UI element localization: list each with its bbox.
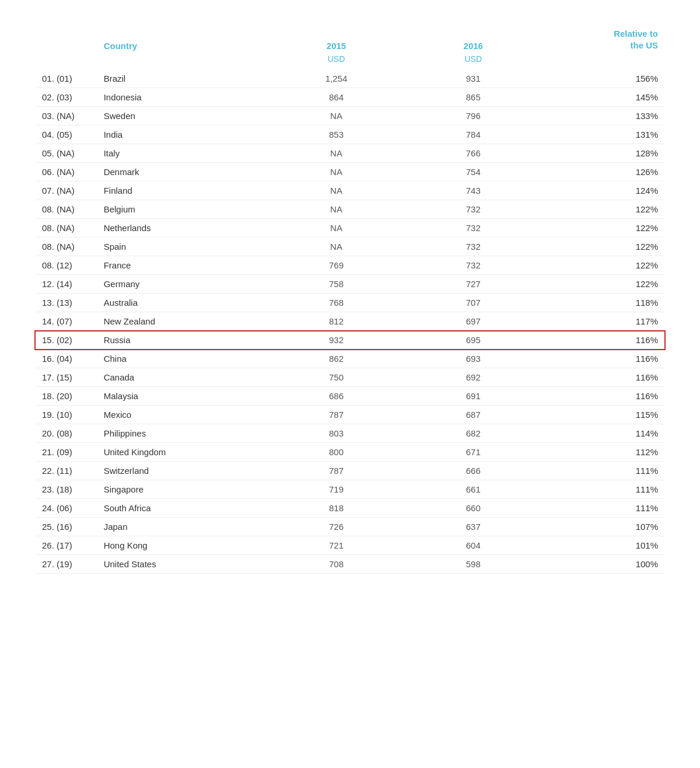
cell-relative: 107% — [542, 518, 665, 536]
cell-country: South Africa — [97, 499, 268, 518]
cell-rank: 20. (08) — [35, 424, 97, 443]
cell-country: Brazil — [97, 69, 268, 88]
cell-2015: 787 — [268, 406, 405, 424]
table-row: 20. (08)Philippines803682114% — [35, 424, 665, 443]
cell-country: France — [97, 256, 268, 275]
cell-relative: 112% — [542, 443, 665, 462]
sub-2015-usd: USD — [268, 53, 405, 69]
cell-rank: 01. (01) — [35, 69, 97, 88]
table-row: 07. (NA)FinlandNA743124% — [35, 181, 665, 200]
cell-relative: 114% — [542, 424, 665, 443]
cell-relative: 111% — [542, 480, 665, 499]
cell-relative: 122% — [542, 256, 665, 275]
cell-2015: 750 — [268, 368, 405, 387]
cell-rank: 08. (NA) — [35, 219, 97, 238]
table-row: 14. (07)New Zealand812697117% — [35, 312, 665, 331]
table-row: 23. (18)Singapore719661111% — [35, 480, 665, 499]
cell-relative: 115% — [542, 406, 665, 424]
cell-2015: 721 — [268, 536, 405, 555]
cell-rank: 08. (12) — [35, 256, 97, 275]
cell-rank: 15. (02) — [35, 331, 97, 350]
cell-2015: 758 — [268, 275, 405, 294]
cell-rank: 07. (NA) — [35, 181, 97, 200]
cell-2016: 682 — [405, 424, 542, 443]
table-row: 25. (16)Japan726637107% — [35, 518, 665, 536]
cell-2015: 726 — [268, 518, 405, 536]
table-row: 06. (NA)DenmarkNA754126% — [35, 163, 665, 181]
table-row: 24. (06)South Africa818660111% — [35, 499, 665, 518]
cell-relative: 118% — [542, 294, 665, 312]
cell-relative: 122% — [542, 275, 665, 294]
cell-2016: 598 — [405, 555, 542, 574]
cell-2015: 853 — [268, 125, 405, 144]
cell-2016: 743 — [405, 181, 542, 200]
cell-2016: 732 — [405, 256, 542, 275]
cell-2015: 818 — [268, 499, 405, 518]
cell-rank: 02. (03) — [35, 88, 97, 107]
cell-2015: 719 — [268, 480, 405, 499]
cell-relative: 124% — [542, 181, 665, 200]
data-table-container: Country 2015 2016 Relative to the US USD… — [35, 23, 665, 574]
cell-rank: 06. (NA) — [35, 163, 97, 181]
cell-rank: 12. (14) — [35, 275, 97, 294]
sub-rank-empty — [35, 53, 97, 69]
cell-rank: 19. (10) — [35, 406, 97, 424]
cell-relative: 116% — [542, 331, 665, 350]
cell-2016: 732 — [405, 200, 542, 219]
cell-country: Belgium — [97, 200, 268, 219]
cell-country: Germany — [97, 275, 268, 294]
cell-country: Japan — [97, 518, 268, 536]
russia-highlighted-row: 15. (02)Russia932695116% — [35, 331, 665, 350]
cell-2015: 932 — [268, 331, 405, 350]
table-body: 01. (01)Brazil1,254931156%02. (03)Indone… — [35, 69, 665, 574]
cell-rank: 13. (13) — [35, 294, 97, 312]
cell-rank: 26. (17) — [35, 536, 97, 555]
cell-2015: 769 — [268, 256, 405, 275]
cell-2015: 768 — [268, 294, 405, 312]
cell-country: Philippines — [97, 424, 268, 443]
cell-2016: 637 — [405, 518, 542, 536]
cell-2016: 695 — [405, 331, 542, 350]
cell-2016: 693 — [405, 350, 542, 368]
table-row: 18. (20)Malaysia686691116% — [35, 387, 665, 406]
cell-country: Singapore — [97, 480, 268, 499]
cell-2016: 865 — [405, 88, 542, 107]
cell-2015: 864 — [268, 88, 405, 107]
table-row: 12. (14)Germany758727122% — [35, 275, 665, 294]
main-table: Country 2015 2016 Relative to the US USD… — [35, 23, 665, 574]
cell-relative: 156% — [542, 69, 665, 88]
cell-2015: NA — [268, 144, 405, 163]
cell-rank: 16. (04) — [35, 350, 97, 368]
table-row: 08. (NA)SpainNA732122% — [35, 238, 665, 256]
cell-relative: 128% — [542, 144, 665, 163]
cell-2015: NA — [268, 219, 405, 238]
cell-rank: 08. (NA) — [35, 238, 97, 256]
cell-rank: 24. (06) — [35, 499, 97, 518]
cell-country: Indonesia — [97, 88, 268, 107]
table-row: 17. (15)Canada750692116% — [35, 368, 665, 387]
cell-2015: 800 — [268, 443, 405, 462]
cell-relative: 117% — [542, 312, 665, 331]
cell-2016: 687 — [405, 406, 542, 424]
table-row: 27. (19)United States708598100% — [35, 555, 665, 574]
cell-country: India — [97, 125, 268, 144]
cell-country: Malaysia — [97, 387, 268, 406]
cell-country: Finland — [97, 181, 268, 200]
cell-relative: 122% — [542, 238, 665, 256]
cell-2016: 604 — [405, 536, 542, 555]
cell-relative: 101% — [542, 536, 665, 555]
cell-country: Sweden — [97, 107, 268, 125]
table-row: 01. (01)Brazil1,254931156% — [35, 69, 665, 88]
cell-2016: 931 — [405, 69, 542, 88]
cell-2016: 732 — [405, 219, 542, 238]
cell-rank: 22. (11) — [35, 462, 97, 480]
col-2015-header: 2015 — [268, 23, 405, 53]
cell-country: Netherlands — [97, 219, 268, 238]
cell-country: Russia — [97, 331, 268, 350]
cell-rank: 14. (07) — [35, 312, 97, 331]
cell-2016: 671 — [405, 443, 542, 462]
cell-2015: 812 — [268, 312, 405, 331]
table-row: 02. (03)Indonesia864865145% — [35, 88, 665, 107]
cell-2016: 661 — [405, 480, 542, 499]
cell-country: Switzerland — [97, 462, 268, 480]
